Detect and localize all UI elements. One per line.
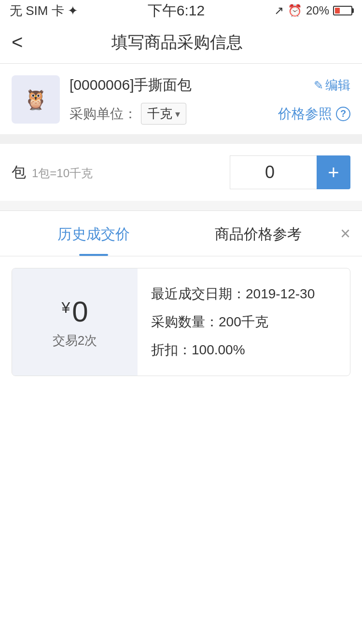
tab-product-price-ref[interactable]: 商品价格参考	[176, 211, 340, 256]
price-ref-label: 价格参照	[278, 105, 332, 123]
battery-percent: 20%	[306, 4, 329, 17]
unit-value: 千克	[147, 105, 172, 122]
edit-icon: ✎	[314, 79, 323, 92]
quantity-conversion: 1包=10千克	[32, 166, 93, 181]
recent-date-value: 2019-12-30	[246, 286, 315, 301]
sim-status: 无 SIM 卡 ✦	[10, 2, 78, 19]
unit-label: 采购单位：	[70, 105, 137, 123]
purchase-qty-value: 200千克	[219, 314, 268, 329]
page-title: 填写商品采购信息	[32, 31, 321, 54]
price-details: 最近成交日期：2019-12-30 采购数量：200千克 折扣：100.00%	[138, 268, 350, 376]
alarm-icon: ⏰	[288, 4, 302, 17]
quantity-input-area: +	[230, 155, 350, 189]
bottom-space	[0, 388, 362, 644]
section-divider	[0, 134, 362, 144]
price-number: 0	[72, 295, 88, 328]
price-amount: ¥ 0	[61, 295, 88, 328]
status-time: 下午6:12	[148, 1, 205, 21]
status-bar: 无 SIM 卡 ✦ 下午6:12 ↗ ⏰ 20%	[0, 0, 362, 21]
tab-history-price[interactable]: 历史成交价	[12, 211, 176, 256]
price-card: ¥ 0 交易2次 最近成交日期：2019-12-30 采购数量：200千克 折扣…	[12, 268, 350, 376]
discount-row: 折扣：100.00%	[151, 340, 336, 360]
battery-indicator	[333, 6, 352, 15]
status-left: 无 SIM 卡 ✦	[10, 2, 78, 19]
unit-select[interactable]: 千克 ▾	[141, 103, 186, 125]
product-name: [0000006]手撕面包	[70, 75, 192, 95]
tab-section: 历史成交价 商品价格参考 × ¥ 0 交易2次 最近成交日期：2019-12-3…	[0, 210, 362, 388]
edit-label: 编辑	[325, 77, 350, 94]
price-summary: ¥ 0 交易2次	[12, 268, 138, 376]
discount-label: 折扣：	[151, 342, 192, 357]
back-button[interactable]: <	[12, 31, 32, 53]
price-content-area: ¥ 0 交易2次 最近成交日期：2019-12-30 采购数量：200千克 折扣…	[0, 256, 362, 388]
purchase-qty-label: 采购数量：	[151, 314, 219, 329]
edit-button[interactable]: ✎ 编辑	[314, 77, 350, 94]
recent-date-row: 最近成交日期：2019-12-30	[151, 284, 336, 304]
quantity-input[interactable]	[230, 155, 317, 189]
price-reference-button[interactable]: 价格参照 ?	[278, 105, 350, 123]
tab-bar: 历史成交价 商品价格参考 ×	[0, 211, 362, 256]
location-icon: ↗	[274, 4, 284, 17]
discount-value: 100.00%	[192, 342, 245, 357]
product-image: 🦉	[12, 75, 60, 124]
quantity-section: 包 1包=10千克 +	[0, 144, 362, 201]
purchase-qty-row: 采购数量：200千克	[151, 312, 336, 332]
product-thumbnail-icon: 🦉	[24, 88, 48, 111]
currency-symbol: ¥	[61, 299, 70, 317]
tab-close-button[interactable]: ×	[340, 214, 350, 253]
quantity-unit: 包	[12, 163, 26, 182]
trade-count: 交易2次	[53, 332, 97, 349]
quantity-plus-button[interactable]: +	[317, 155, 350, 189]
chevron-down-icon: ▾	[175, 108, 180, 120]
recent-date-label: 最近成交日期：	[151, 286, 246, 301]
product-section: 🦉 [0000006]手撕面包 ✎ 编辑 采购单位： 千克 ▾	[0, 64, 362, 134]
info-icon: ?	[336, 107, 350, 121]
status-right: ↗ ⏰ 20%	[274, 4, 352, 17]
quantity-label-area: 包 1包=10千克	[12, 163, 93, 182]
product-info: [0000006]手撕面包 ✎ 编辑 采购单位： 千克 ▾ 价格参照 ?	[70, 75, 350, 125]
nav-bar: < 填写商品采购信息	[0, 21, 362, 64]
